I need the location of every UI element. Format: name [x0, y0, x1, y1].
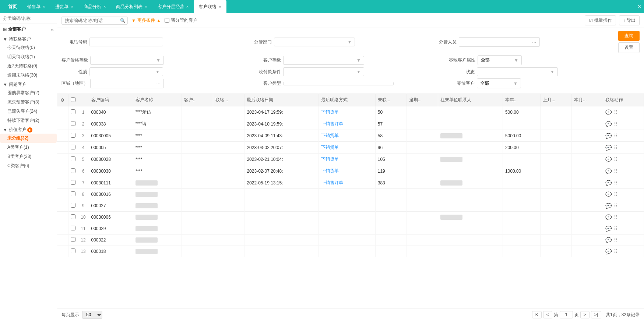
row-checkbox[interactable]	[71, 145, 75, 149]
last-way-link[interactable]: 下销售订单	[321, 180, 343, 185]
nav-tab-segment-close[interactable]: ×	[186, 4, 189, 9]
nav-tab-analysis-list[interactable]: 商品分析列表 ×	[111, 0, 152, 13]
th-not-contacted[interactable]: 未联...	[375, 94, 407, 106]
th-settings[interactable]: ⚙	[57, 94, 68, 106]
row-checkbox[interactable]	[71, 226, 75, 230]
contact-action-icon[interactable]: 💬	[605, 226, 612, 232]
sidebar-item-classA[interactable]: A类客户(1)	[0, 143, 57, 152]
more-action-icon[interactable]: ⠿	[614, 237, 617, 243]
td-checkbox[interactable]	[68, 177, 78, 189]
customer-type-select[interactable]	[283, 82, 394, 85]
more-action-icon[interactable]: ⠿	[614, 121, 617, 127]
retail-attr-select[interactable]: 全部 ▼	[478, 55, 522, 65]
contact-action-icon[interactable]: 💬	[605, 237, 612, 243]
sidebar-problem-section[interactable]: ▼ 问题客户	[0, 80, 57, 88]
more-action-icon[interactable]: ⠿	[614, 248, 617, 254]
more-action-icon[interactable]: ⠿	[614, 145, 617, 151]
th-code[interactable]: 客户编码	[89, 94, 133, 106]
row-checkbox[interactable]	[71, 121, 75, 126]
contact-action-icon[interactable]: 💬	[605, 180, 612, 186]
more-action-icon[interactable]: ⠿	[614, 180, 617, 186]
row-checkbox[interactable]	[71, 237, 75, 242]
more-action-icon[interactable]: ⠿	[614, 168, 617, 174]
th-type[interactable]: 客户...	[182, 94, 213, 106]
manager-more-btn[interactable]: ···	[532, 39, 536, 45]
th-last-month[interactable]: 上月...	[541, 94, 572, 106]
my-customers-checkbox[interactable]: 我分管的客户	[165, 17, 197, 24]
sidebar-collapse-btn[interactable]: «	[51, 27, 54, 32]
nav-tab-sales-close[interactable]: ×	[43, 4, 45, 9]
td-checkbox[interactable]	[68, 118, 78, 130]
row-checkbox[interactable]	[71, 180, 75, 185]
select-all-checkbox[interactable]	[71, 97, 75, 102]
customer-grade-select[interactable]: ▼	[283, 56, 364, 65]
contact-action-icon[interactable]: 💬	[605, 121, 612, 127]
last-way-link[interactable]: 下销售订单	[321, 121, 343, 126]
last-way-link[interactable]: 下销货单	[321, 145, 339, 150]
td-checkbox[interactable]	[68, 130, 78, 142]
sidebar-item-tomorrow[interactable]: 明天待联络(1)	[0, 52, 57, 61]
more-action-icon[interactable]: ⠿	[614, 109, 617, 115]
row-checkbox[interactable]	[71, 133, 75, 138]
th-last-way[interactable]: 最后联络方式	[319, 94, 375, 106]
nav-tab-segment[interactable]: 客户分层经营 ×	[152, 0, 194, 13]
sidebar-item-today[interactable]: 今天待联络(0)	[0, 43, 57, 52]
td-checkbox[interactable]	[68, 165, 78, 177]
sidebar-pending-section[interactable]: ▼ 待联络客户	[0, 35, 57, 43]
th-name[interactable]: 客户名称	[133, 94, 182, 106]
row-checkbox[interactable]	[71, 248, 75, 253]
contact-action-icon[interactable]: 💬	[605, 191, 612, 197]
last-page-btn[interactable]: >|	[591, 311, 601, 318]
nav-home[interactable]: 首页	[3, 0, 22, 13]
td-checkbox[interactable]	[68, 142, 78, 154]
contact-action-icon[interactable]: 💬	[605, 145, 612, 151]
last-way-link[interactable]: 下销货单	[321, 109, 339, 114]
price-grade-select[interactable]: ▼	[90, 56, 164, 65]
td-checkbox[interactable]	[68, 106, 78, 118]
nav-tab-contact-close[interactable]: ×	[219, 4, 221, 9]
reset-btn[interactable]: 设置	[618, 42, 640, 53]
row-checkbox[interactable]	[71, 214, 75, 219]
th-this-month[interactable]: 本月...	[572, 94, 603, 106]
th-overdue[interactable]: 逾期...	[407, 94, 438, 106]
td-checkbox[interactable]	[68, 154, 78, 165]
th-checkbox[interactable]	[68, 94, 78, 106]
sidebar-item-hoard[interactable]: 囤购异常客户(2)	[0, 88, 57, 98]
contact-action-icon[interactable]: 💬	[605, 203, 612, 209]
sidebar-all-customers[interactable]: ⊞ 全部客户 «	[0, 24, 57, 35]
th-last-date[interactable]: 最后联络日期	[244, 94, 319, 106]
batch-op-btn[interactable]: ☑ 批量操作	[585, 15, 616, 25]
more-action-icon[interactable]: ⠿	[614, 226, 617, 232]
last-way-link[interactable]: 下销货单	[321, 168, 339, 173]
prev-page-btn[interactable]: <	[543, 311, 552, 318]
retail-customer-select[interactable]: 全部 ▼	[477, 78, 521, 88]
sidebar-item-churned[interactable]: 已流失客户(24)	[0, 107, 57, 116]
td-checkbox[interactable]	[68, 246, 78, 257]
page-size-select[interactable]: 50 20 100	[82, 311, 102, 319]
row-checkbox[interactable]	[71, 109, 75, 114]
area-more-btn[interactable]: ···	[156, 81, 161, 87]
search-icon[interactable]: 🔍	[120, 18, 126, 23]
sidebar-score-section[interactable]: ▼ 价值客户 ●	[0, 125, 57, 134]
more-action-icon[interactable]: ⠿	[614, 191, 617, 197]
sidebar-item-churn-warn[interactable]: 流失预警客户(3)	[0, 98, 57, 107]
td-checkbox[interactable]	[68, 212, 78, 223]
row-checkbox[interactable]	[71, 156, 75, 161]
contact-action-icon[interactable]: 💬	[605, 156, 612, 162]
more-action-icon[interactable]: ⠿	[614, 203, 617, 209]
last-way-link[interactable]: 下销货单	[321, 156, 339, 162]
first-page-btn[interactable]: K	[532, 311, 542, 318]
row-checkbox[interactable]	[71, 168, 75, 173]
nav-tab-sales[interactable]: 销售单 ×	[22, 0, 50, 13]
nav-tab-purchase-close[interactable]: ×	[71, 4, 73, 9]
contact-action-icon[interactable]: 💬	[605, 248, 612, 254]
manager-select[interactable]: ···	[459, 37, 540, 47]
status-select[interactable]: ▼	[477, 67, 558, 76]
sidebar-item-declining[interactable]: 持续下滑客户(2)	[0, 116, 57, 125]
th-contact[interactable]: 联络...	[213, 94, 244, 106]
row-checkbox[interactable]	[71, 191, 75, 196]
nav-tab-analysis-list-close[interactable]: ×	[145, 4, 147, 9]
contact-action-icon[interactable]: 💬	[605, 214, 612, 220]
last-way-link[interactable]: 下销货单	[321, 133, 339, 138]
dept-select[interactable]: ▼	[274, 38, 355, 46]
